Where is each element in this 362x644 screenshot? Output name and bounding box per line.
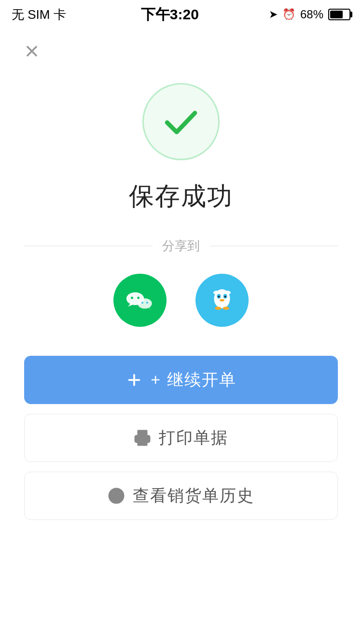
check-icon (159, 100, 203, 143)
svg-point-8 (146, 302, 148, 304)
battery-indicator (328, 9, 350, 20)
svg-point-15 (224, 296, 226, 298)
history-button-label: 查看销货单历史 (133, 485, 254, 507)
status-left: 无 SIM 卡 (12, 6, 71, 23)
share-qq-button[interactable] (195, 274, 249, 327)
share-icons-row (113, 274, 249, 327)
plus-icon (125, 371, 143, 389)
svg-point-14 (218, 296, 220, 298)
clock-icon (108, 487, 125, 504)
location-icon: ➤ (269, 8, 278, 21)
history-button[interactable]: 查看销货单历史 (24, 472, 338, 520)
divider-line-left (24, 246, 153, 246)
svg-point-19 (215, 307, 221, 310)
divider-line-right (209, 246, 338, 246)
svg-point-20 (223, 307, 229, 310)
print-button[interactable]: 打印单据 (24, 414, 338, 462)
svg-point-16 (220, 299, 224, 302)
close-button[interactable] (19, 39, 44, 64)
carrier-text: 无 SIM 卡 (12, 6, 66, 23)
main-content: 保存成功 分享到 (0, 73, 362, 644)
continue-button-label: + 继续开单 (151, 369, 236, 391)
status-right: ➤ ⏰ 68% (269, 8, 350, 21)
close-btn-row (0, 29, 362, 73)
print-icon (134, 429, 151, 447)
time-display: 下午3:20 (141, 5, 199, 25)
success-title: 保存成功 (129, 180, 233, 213)
battery-percent: 68% (300, 8, 323, 21)
print-button-label: 打印单据 (159, 427, 228, 449)
success-icon-circle (142, 83, 220, 160)
share-divider-text: 分享到 (162, 238, 200, 254)
status-bar: 无 SIM 卡 下午3:20 ➤ ⏰ 68% (0, 0, 362, 29)
svg-point-4 (138, 298, 152, 308)
qq-icon (206, 284, 238, 316)
svg-point-5 (131, 297, 133, 299)
action-buttons: + 继续开单 打印单据 查看销货单历史 (24, 356, 338, 520)
continue-button[interactable]: + 继续开单 (24, 356, 338, 404)
wechat-icon (124, 284, 156, 316)
share-divider: 分享到 (24, 238, 338, 254)
svg-rect-23 (138, 439, 147, 445)
alarm-icon: ⏰ (282, 8, 295, 21)
svg-point-6 (137, 297, 139, 299)
svg-point-7 (141, 302, 143, 304)
share-wechat-button[interactable] (113, 274, 167, 327)
